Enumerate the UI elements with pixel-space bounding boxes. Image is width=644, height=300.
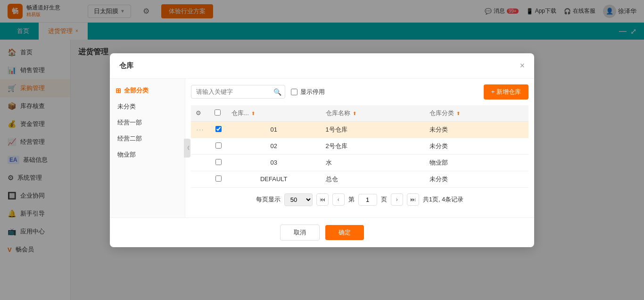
modal-header: 仓库 × [110, 53, 534, 79]
show-disabled-label: 显示停用 [291, 88, 325, 96]
last-page-button[interactable]: ⏭ [407, 193, 419, 206]
row-category: 未分类 [425, 138, 528, 154]
row-checkbox[interactable] [215, 142, 222, 149]
category-item-uncategorized[interactable]: 未分类 [110, 99, 185, 115]
table-container: ⚙ 仓库... ⬆ 仓库名称 ⬆ [191, 105, 528, 188]
table-body: ··· 01 1号仓库 未分类 02 2号仓库 未分类 [191, 121, 528, 187]
row-name: 总仓 [321, 171, 425, 187]
modal-close-button[interactable]: × [520, 61, 525, 71]
table-row[interactable]: 02 2号仓库 未分类 [191, 138, 528, 154]
show-disabled-checkbox[interactable] [291, 89, 297, 95]
select-all-checkbox[interactable] [215, 109, 221, 116]
col-header-name: 仓库名称 ⬆ [321, 105, 425, 122]
row-name: 1号仓库 [321, 121, 425, 138]
row-checkbox[interactable] [215, 126, 222, 132]
next-page-button[interactable]: › [391, 193, 403, 206]
warehouse-table: ⚙ 仓库... ⬆ 仓库名称 ⬆ [191, 105, 528, 188]
col-header-check [210, 105, 227, 122]
sort-code-icon[interactable]: ⬆ [251, 111, 255, 116]
col-header-gear: ⚙ [191, 105, 210, 122]
row-checkbox[interactable] [215, 159, 222, 165]
table-row[interactable]: 03 水 物业部 [191, 154, 528, 171]
sort-category-icon[interactable]: ⬆ [456, 111, 460, 116]
sort-name-icon[interactable]: ⬆ [353, 111, 356, 116]
cancel-button[interactable]: 取消 [280, 225, 320, 241]
category-item-ops1[interactable]: 经营一部 [110, 115, 185, 131]
row-check[interactable] [210, 154, 227, 171]
add-warehouse-button[interactable]: + 新增仓库 [484, 84, 528, 100]
row-category: 未分类 [425, 121, 528, 138]
search-icon[interactable]: 🔍 [273, 88, 281, 96]
row-gear[interactable]: ··· [191, 121, 210, 138]
row-category: 物业部 [425, 154, 528, 171]
row-code: 03 [227, 154, 321, 171]
modal-overlay: 仓库 × ⊞ 全部分类 未分类 经营一部 经营二部 物业部 《 [0, 0, 644, 300]
modal-footer: 取消 确定 [110, 217, 534, 247]
modal-title: 仓库 [119, 61, 133, 70]
page-size-select[interactable]: 102050100 [284, 193, 313, 206]
row-name: 2号仓库 [321, 138, 425, 154]
warehouse-modal: 仓库 × ⊞ 全部分类 未分类 经营一部 经营二部 物业部 《 [110, 53, 534, 247]
category-panel: ⊞ 全部分类 未分类 经营一部 经营二部 物业部 《 [110, 79, 185, 217]
grid-icon: ⊞ [116, 87, 121, 94]
row-gear[interactable] [191, 171, 210, 187]
row-code: DEFAULT [227, 171, 321, 187]
prev-page-button[interactable]: ‹ [332, 193, 345, 206]
row-checkbox[interactable] [215, 175, 222, 182]
table-panel: 🔍 显示停用 + 新增仓库 ⚙ [185, 79, 534, 217]
category-all[interactable]: ⊞ 全部分类 [110, 83, 185, 99]
table-head: ⚙ 仓库... ⬆ 仓库名称 ⬆ [191, 105, 528, 122]
first-page-button[interactable]: ⏮ [316, 193, 329, 206]
table-header-row: ⚙ 仓库... ⬆ 仓库名称 ⬆ [191, 105, 528, 122]
category-collapse-button[interactable]: 《 [184, 139, 190, 158]
category-item-property[interactable]: 物业部 [110, 147, 185, 163]
page-number-input[interactable] [358, 194, 377, 206]
modal-body: ⊞ 全部分类 未分类 经营一部 经营二部 物业部 《 🔍 [110, 79, 534, 217]
col-header-category: 仓库分类 ⬆ [425, 105, 528, 122]
table-row[interactable]: ··· 01 1号仓库 未分类 [191, 121, 528, 138]
row-category: 未分类 [425, 171, 528, 187]
total-info: 共1页, 4条记录 [423, 195, 464, 204]
row-code: 01 [227, 121, 321, 138]
search-input[interactable] [191, 85, 285, 99]
col-header-code: 仓库... ⬆ [227, 105, 321, 122]
confirm-button[interactable]: 确定 [325, 225, 364, 240]
table-row[interactable]: DEFAULT 总仓 未分类 [191, 171, 528, 187]
row-action-dots[interactable]: ··· [197, 126, 205, 133]
row-check[interactable] [210, 121, 227, 138]
table-toolbar: 🔍 显示停用 + 新增仓库 [191, 84, 528, 100]
row-check[interactable] [210, 138, 227, 154]
category-item-ops2[interactable]: 经营二部 [110, 131, 185, 147]
row-code: 02 [227, 138, 321, 154]
row-check[interactable] [210, 171, 227, 187]
row-gear[interactable] [191, 154, 210, 171]
pagination: 每页显示 102050100 ⏮ ‹ 第 页 › ⏭ 共1页, 4条记录 [191, 188, 528, 212]
row-gear[interactable] [191, 138, 210, 154]
row-name: 水 [321, 154, 425, 171]
search-wrap: 🔍 [191, 85, 285, 99]
